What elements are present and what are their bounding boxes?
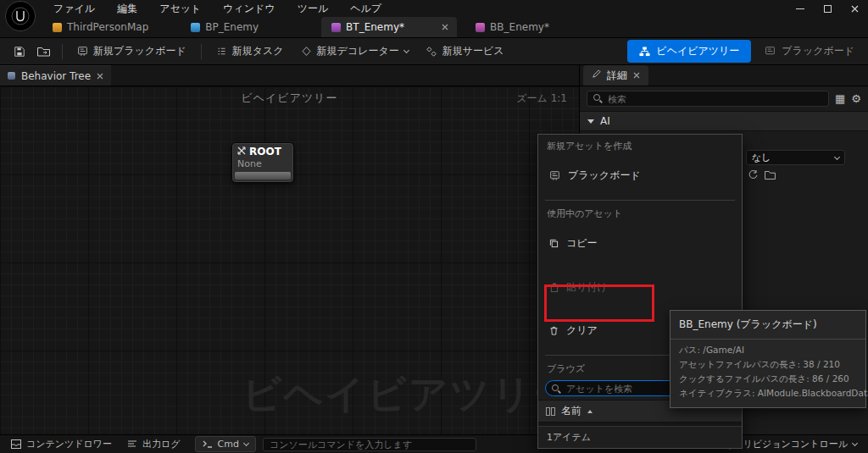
blackboard-asset-icon bbox=[476, 23, 485, 32]
details-pencil-icon bbox=[592, 69, 601, 81]
console-type-dropdown[interactable]: Cmd bbox=[195, 436, 256, 452]
document-tab-bar: Behavior Tree bbox=[0, 65, 579, 86]
content-drawer-button[interactable]: コンテンツドロワー bbox=[5, 436, 118, 452]
root-node[interactable]: ROOT None bbox=[231, 142, 294, 183]
button-label: ビヘイビアツリー bbox=[656, 44, 739, 58]
display-filter-icon[interactable]: ▦ bbox=[835, 93, 845, 104]
blueprint-icon bbox=[191, 23, 200, 32]
dropdown-value: なし bbox=[752, 152, 771, 164]
button-label: 新規デコレーター bbox=[317, 44, 399, 58]
tab-label: 詳細 bbox=[607, 69, 627, 83]
console-icon bbox=[203, 440, 213, 448]
console-command-input[interactable] bbox=[263, 438, 476, 451]
chevron-down-icon bbox=[852, 440, 858, 446]
dropdown-value: Cmd bbox=[218, 439, 239, 450]
menu-edit[interactable]: 編集 bbox=[106, 0, 148, 17]
revision-control-button[interactable]: リビジョンコントロール bbox=[721, 436, 863, 452]
editor-toolbar: 新規ブラックボード 新規タスク 新規デコレーター 新規サービス ビヘイビアツリー… bbox=[0, 38, 868, 65]
output-log-icon bbox=[127, 440, 137, 449]
graph-title: ビヘイビアツリー bbox=[0, 91, 579, 106]
close-tab-icon[interactable] bbox=[633, 69, 640, 81]
tooltip-body: パス: /Game/AI アセットファイルパスの長さ: 38 / 210 クック… bbox=[670, 340, 865, 407]
tab-bp-enemy[interactable]: BP_Enemy bbox=[181, 17, 269, 37]
menu-item-label: コピー bbox=[566, 236, 598, 251]
details-search-row: ▦ ⚙ bbox=[580, 86, 868, 111]
node-output-pin[interactable] bbox=[235, 172, 291, 180]
unreal-engine-logo-icon[interactable] bbox=[5, 1, 36, 31]
close-tab-icon[interactable] bbox=[442, 21, 448, 33]
document-icon bbox=[8, 72, 15, 80]
details-tab-bar: 詳細 bbox=[580, 65, 868, 86]
sort-ascending-icon bbox=[587, 410, 593, 413]
menu-asset[interactable]: アセット bbox=[148, 0, 212, 17]
menu-section-label: 使用中のアセット bbox=[538, 202, 742, 222]
section-label: AI bbox=[600, 115, 610, 127]
window-controls bbox=[787, 0, 868, 17]
tab-bt-enemy[interactable]: BT_Enemy* bbox=[321, 17, 457, 37]
new-task-button[interactable]: 新規タスク bbox=[209, 40, 292, 63]
tab-thirdpersonmap[interactable]: ThirdPersonMap bbox=[42, 17, 159, 37]
tab-label: BP_Enemy bbox=[205, 21, 259, 33]
save-icon[interactable] bbox=[8, 42, 31, 61]
asset-tooltip: BB_Enemy (ブラックボード) パス: /Game/AI アセットファイル… bbox=[670, 310, 866, 408]
close-tab-icon[interactable] bbox=[97, 70, 103, 82]
menu-section-label: 新規アセットを作成 bbox=[538, 135, 742, 154]
browse-folder-icon[interactable] bbox=[763, 168, 776, 181]
button-label: 出力ログ bbox=[142, 438, 181, 450]
menu-item-label: クリア bbox=[566, 323, 598, 338]
close-icon[interactable] bbox=[841, 0, 868, 17]
new-decorator-button[interactable]: 新規デコレーター bbox=[293, 40, 416, 63]
browse-to-asset-icon[interactable] bbox=[32, 43, 55, 60]
new-service-button[interactable]: 新規サービス bbox=[418, 40, 512, 63]
maximize-icon[interactable] bbox=[814, 0, 841, 17]
blackboard-mode-button[interactable]: ブラックボード bbox=[760, 40, 860, 63]
search-icon bbox=[552, 384, 559, 391]
columns-icon bbox=[546, 407, 555, 416]
behavior-tree-mode-button[interactable]: ビヘイビアツリー bbox=[627, 40, 751, 63]
content-drawer-icon bbox=[11, 439, 21, 449]
zoom-level: ズーム 1:1 bbox=[516, 91, 567, 106]
tab-label: BT_Enemy* bbox=[346, 21, 437, 33]
minimize-icon[interactable] bbox=[787, 0, 814, 17]
root-node-icon bbox=[237, 146, 246, 157]
menu-item-create-blackboard[interactable]: ブラックボード bbox=[538, 154, 742, 197]
graph-workspace: Behavior Tree ビヘイビアツリー ズーム 1:1 ROOT None… bbox=[0, 65, 579, 434]
button-label: リビジョンコントロール bbox=[743, 438, 848, 450]
blackboard-icon bbox=[549, 170, 560, 181]
toolbar-separator bbox=[201, 44, 202, 59]
button-label: コンテンツドロワー bbox=[26, 438, 112, 450]
menu-bar: ファイル 編集 アセット ウィンドウ ツール ヘルプ bbox=[0, 0, 868, 17]
graph-watermark: ビヘイビアツリー bbox=[242, 368, 574, 421]
menu-help[interactable]: ヘルプ bbox=[339, 0, 392, 17]
asset-count: 1アイテム bbox=[538, 426, 742, 448]
menu-window[interactable]: ウィンドウ bbox=[212, 0, 286, 17]
settings-gear-icon[interactable]: ⚙ bbox=[851, 93, 861, 104]
new-blackboard-button[interactable]: 新規ブラックボード bbox=[70, 40, 194, 63]
root-node-title: ROOT bbox=[249, 146, 281, 157]
tab-behavior-tree-document[interactable]: Behavior Tree bbox=[0, 65, 111, 86]
tooltip-native-class: ネイティブクラス: AIModule.BlackboardData bbox=[679, 388, 857, 400]
button-label: ブラックボード bbox=[782, 44, 854, 58]
chevron-down-icon bbox=[243, 440, 249, 446]
mode-switcher: ビヘイビアツリー ブラックボード bbox=[627, 40, 860, 63]
menu-item-paste: 貼り付け bbox=[538, 266, 742, 309]
menu-file[interactable]: ファイル bbox=[42, 0, 106, 17]
details-search-input[interactable] bbox=[587, 91, 829, 107]
menu-item-copy[interactable]: コピー bbox=[538, 222, 742, 265]
tab-bb-enemy[interactable]: BB_Enemy* bbox=[465, 17, 559, 37]
tab-details[interactable]: 詳細 bbox=[583, 65, 648, 86]
output-log-button[interactable]: 出力ログ bbox=[121, 436, 186, 452]
tooltip-title: BB_Enemy (ブラックボード) bbox=[670, 311, 865, 340]
paste-icon bbox=[549, 283, 559, 292]
menu-tools[interactable]: ツール bbox=[287, 0, 340, 17]
use-selected-asset-icon[interactable] bbox=[746, 168, 760, 181]
section-ai[interactable]: AI bbox=[580, 111, 868, 131]
trash-icon bbox=[549, 326, 559, 335]
column-label: 名前 bbox=[561, 404, 581, 418]
toolbar-separator bbox=[62, 44, 63, 59]
unreal-editor-window: ファイル 編集 アセット ウィンドウ ツール ヘルプ ThirdPersonMa… bbox=[0, 0, 868, 453]
blackboard-asset-dropdown[interactable]: なし bbox=[746, 150, 845, 165]
tooltip-cook-path-length: クックするファイルパスの長さ: 86 / 260 bbox=[679, 373, 857, 385]
root-node-blackboard: None bbox=[232, 158, 293, 172]
graph-canvas[interactable]: ビヘイビアツリー ズーム 1:1 ROOT None ビヘイビアツリー bbox=[0, 86, 579, 434]
